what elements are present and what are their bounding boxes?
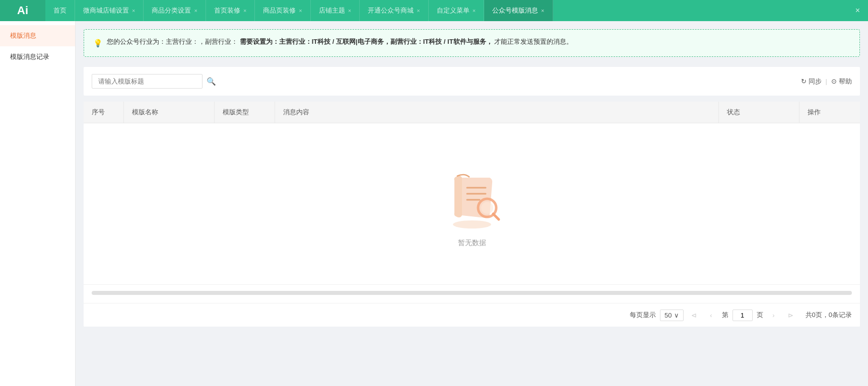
- brand-logo: Ai: [0, 0, 45, 21]
- page-size-select[interactable]: 50 ∨: [660, 310, 683, 321]
- help-button[interactable]: ⊙ 帮助: [831, 77, 852, 86]
- nav-tab-close-8[interactable]: ×: [541, 8, 544, 14]
- first-page-button[interactable]: ⊲: [688, 308, 701, 322]
- table-header-0: 序号: [84, 102, 124, 123]
- nav-tabs: 首页微商城店铺设置×商品分类设置×首页装修×商品页装修×店铺主题×开通公众号商城…: [45, 0, 847, 21]
- horizontal-scrollbar[interactable]: [92, 291, 852, 295]
- nav-tab-close-6[interactable]: ×: [417, 8, 420, 14]
- page-unit: 页: [757, 311, 763, 320]
- nav-tab-close-2[interactable]: ×: [194, 8, 197, 14]
- sidebar: 模版消息模版消息记录: [0, 21, 76, 386]
- global-close-button[interactable]: ×: [847, 6, 868, 15]
- svg-point-0: [453, 220, 491, 228]
- total-info: 共0页，0条记录: [806, 311, 852, 320]
- bulb-icon: 💡: [93, 37, 103, 49]
- table-header-4: 状态: [719, 102, 799, 123]
- nav-tab-1[interactable]: 微商城店铺设置×: [75, 0, 144, 21]
- empty-icon: [439, 170, 505, 230]
- notice-text: 您的公众号行业为：主营行业：，副营行业： 需要设置为：主营行业：IT科技 / 互…: [107, 37, 573, 47]
- table-header-2: 模版类型: [215, 102, 275, 123]
- search-input[interactable]: [92, 74, 203, 89]
- prev-page-button[interactable]: ‹: [705, 308, 718, 322]
- content-area: 💡 您的公众号行业为：主营行业：，副营行业： 需要设置为：主营行业：IT科技 /…: [76, 21, 868, 386]
- nav-tab-close-7[interactable]: ×: [473, 8, 476, 14]
- sidebar-item-1[interactable]: 模版消息记录: [0, 46, 75, 67]
- page-text: 第: [722, 311, 728, 320]
- table-header: 序号模版名称模版类型消息内容状态操作: [84, 102, 860, 123]
- search-button[interactable]: 🔍: [207, 77, 216, 86]
- nav-tab-5[interactable]: 店铺主题×: [311, 0, 360, 21]
- nav-tab-2[interactable]: 商品分类设置×: [144, 0, 206, 21]
- sidebar-item-0[interactable]: 模版消息: [0, 25, 75, 46]
- empty-state: 暂无数据: [84, 123, 860, 284]
- scrollbar-area: [84, 284, 860, 303]
- top-navigation: Ai 首页微商城店铺设置×商品分类设置×首页装修×商品页装修×店铺主题×开通公众…: [0, 0, 868, 21]
- nav-tab-close-1[interactable]: ×: [132, 8, 135, 14]
- nav-tab-0[interactable]: 首页: [45, 0, 75, 21]
- notice-box: 💡 您的公众号行业为：主营行业：，副营行业： 需要设置为：主营行业：IT科技 /…: [84, 29, 860, 57]
- nav-tab-3[interactable]: 首页装修×: [206, 0, 255, 21]
- table-container: 序号模版名称模版类型消息内容状态操作: [84, 102, 860, 327]
- sync-icon: ↻: [801, 78, 807, 85]
- svg-line-6: [493, 214, 499, 219]
- table-header-5: 操作: [799, 102, 860, 123]
- main-layout: 模版消息模版消息记录 💡 您的公众号行业为：主营行业：，副营行业： 需要设置为：…: [0, 21, 868, 386]
- notice-highlight: 需要设置为：主营行业：IT科技 / 互联网|电子商务，副营行业：IT科技 / I…: [240, 38, 493, 45]
- nav-tab-close-3[interactable]: ×: [243, 8, 246, 14]
- nav-tab-close-5[interactable]: ×: [348, 8, 351, 14]
- pagination: 每页显示 50 ∨ ⊲ ‹ 第 页 › ⊳ 共0页，0条记录: [84, 303, 860, 327]
- page-size-value: 50: [664, 312, 672, 319]
- search-right: ↻ 同步 | ⊙ 帮助: [801, 77, 852, 86]
- empty-text: 暂无数据: [458, 239, 486, 248]
- last-page-button[interactable]: ⊳: [784, 308, 797, 322]
- table-header-3: 消息内容: [275, 102, 719, 123]
- next-page-button[interactable]: ›: [767, 308, 780, 322]
- nav-tab-7[interactable]: 自定义菜单×: [429, 0, 484, 21]
- help-icon: ⊙: [831, 78, 837, 85]
- chevron-down-icon: ∨: [674, 312, 679, 319]
- page-size-label: 每页显示: [630, 311, 656, 320]
- nav-tab-6[interactable]: 开通公众号商城×: [360, 0, 428, 21]
- page-number-input[interactable]: [732, 310, 753, 321]
- nav-tab-8[interactable]: 公众号模版消息×: [484, 0, 553, 21]
- search-left: 🔍: [92, 74, 216, 89]
- svg-point-5: [481, 202, 493, 214]
- table-header-1: 模版名称: [124, 102, 215, 123]
- nav-tab-close-4[interactable]: ×: [299, 8, 302, 14]
- sync-button[interactable]: ↻ 同步: [801, 77, 822, 86]
- nav-tab-4[interactable]: 商品页装修×: [255, 0, 310, 21]
- divider: |: [826, 78, 827, 85]
- search-bar: 🔍 ↻ 同步 | ⊙ 帮助: [84, 67, 860, 96]
